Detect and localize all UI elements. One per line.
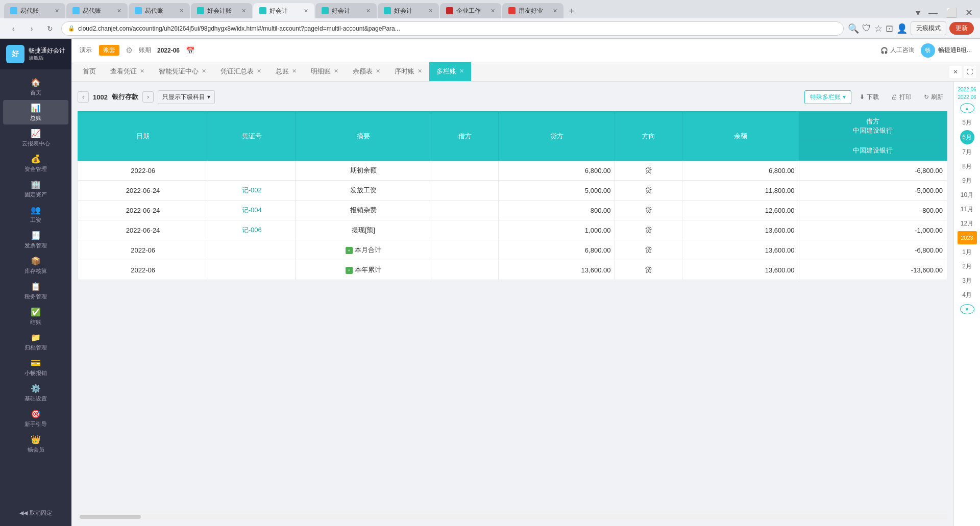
forward-button[interactable]: › [24,21,39,36]
sidebar-item-assets[interactable]: 🏢 固定资产 [3,177,68,201]
sidebar-item-funds[interactable]: 💰 资金管理 [3,151,68,176]
multi-col-button[interactable]: 特殊多栏账 ▾ [804,90,851,104]
timeline-month-9[interactable]: 9月 [958,174,977,187]
timeline-month-8[interactable]: 8月 [958,160,977,173]
cell-voucher-3[interactable]: 记-006 [208,220,296,240]
expand-icon[interactable]: ⛶ [964,66,976,78]
browser-tab-6[interactable]: 好会计 ✕ [315,3,377,18]
unpin-button[interactable]: ◀◀ 取消固定 [3,504,68,522]
close-window-button[interactable]: ✕ [962,7,976,18]
tabs-menu-button[interactable]: ▾ [913,7,923,18]
browser-tab-4[interactable]: 好会计账 ✕ [191,3,252,18]
browser-tab-5[interactable]: 好会计 ✕ [253,3,314,18]
browser-tab-3[interactable]: 易代账 ✕ [129,3,190,18]
timeline-month-12[interactable]: 12月 [958,217,977,230]
sidebar-item-member[interactable]: 👑 畅会员 [3,432,68,456]
refresh-button[interactable]: ↻ 刷新 [920,91,947,104]
collapse-icon[interactable]: ✕ [949,66,962,78]
tabs-collapse-button[interactable]: ✕ ⛶ [949,66,976,78]
sidebar-item-invoice[interactable]: 🧾 发票管理 [3,228,68,252]
sidebar-item-payroll[interactable]: 👥 工资 [3,202,68,227]
download-button[interactable]: ⬇ 下载 [855,91,883,104]
sidebar-item-expense[interactable]: 💳 小畅报销 [3,355,68,380]
browser-tab-9[interactable]: 用友好业 ✕ [502,3,564,18]
back-button[interactable]: ‹ [6,21,20,36]
shield-icon[interactable]: 🛡 [862,23,871,34]
timeline-month-jan[interactable]: 1月 [958,245,977,259]
settings-gear-icon[interactable]: ⚙ [126,45,133,55]
sidebar-item-reports[interactable]: 📈 云报表中心 [3,126,68,150]
account-next-button[interactable]: › [142,91,154,103]
timeline-month-apr[interactable]: 4月 [958,288,977,302]
sidebar-item-settle[interactable]: ✅ 结账 [3,304,68,329]
tab-close-7[interactable]: ✕ [428,8,433,14]
search-icon[interactable]: 🔍 [848,23,859,34]
tab-detail-ledger-close[interactable]: ✕ [334,68,338,74]
timeline-scroll-down[interactable]: ▼ [960,304,974,314]
tab-close-8[interactable]: ✕ [491,8,495,14]
maximize-button[interactable]: ⬜ [943,7,960,18]
timeline-month-11[interactable]: 11月 [958,203,977,216]
tab-close-6[interactable]: ✕ [366,8,371,14]
cell-voucher-2[interactable]: 记-004 [208,201,296,220]
tab-view-voucher[interactable]: 查看凭证 ✕ [103,62,152,82]
tab-sequence-ledger-close[interactable]: ✕ [418,68,422,74]
sidebar-item-home[interactable]: 🏠 首页 [3,74,68,99]
tab-sequence-ledger[interactable]: 序时账 ✕ [387,62,429,82]
tab-view-voucher-close[interactable]: ✕ [140,68,144,74]
sidebar-item-general[interactable]: 📊 总账 [3,100,68,124]
tab-smart-center[interactable]: 智能凭证中心 ✕ [152,62,213,82]
tab-general-ledger[interactable]: 总账 ✕ [268,62,304,82]
timeline-scroll-up[interactable]: ▲ [960,103,974,113]
tab-detail-ledger[interactable]: 明细账 ✕ [304,62,346,82]
stealth-mode-button[interactable]: 无痕模式 [911,21,946,35]
browser-tab-2[interactable]: 易代账 ✕ [66,3,128,18]
address-input[interactable]: 🔒 cloud2.chanjet.com/accounting/uh26t264… [61,21,844,36]
tab-home[interactable]: 首页 [76,62,103,82]
reload-button[interactable]: ↻ [43,21,57,36]
cell-voucher-1[interactable]: 记-002 [208,181,296,201]
horizontal-scrollbar[interactable] [78,513,947,520]
calendar-icon[interactable]: 📅 [186,46,194,55]
timeline-month-feb[interactable]: 2月 [958,260,977,273]
browser-tab-7[interactable]: 好会计 ✕ [378,3,439,18]
tab-close-4[interactable]: ✕ [241,8,246,14]
tab-close-2[interactable]: ✕ [117,8,121,14]
star-icon[interactable]: ☆ [874,23,883,34]
consult-button[interactable]: 🎧 人工咨询 [880,46,915,55]
browser-settings-icon[interactable]: ⊡ [886,23,893,34]
tab-general-ledger-close[interactable]: ✕ [292,68,297,74]
tab-multi-col[interactable]: 多栏账 ✕ [429,62,471,82]
sidebar-item-guide[interactable]: 🎯 新手引导 [3,406,68,431]
sub-filter-dropdown[interactable]: 只显示下级科目 ▾ [158,90,215,104]
tab-voucher-summary[interactable]: 凭证汇总表 ✕ [213,62,268,82]
tab-close-1[interactable]: ✕ [55,8,59,14]
new-tab-button[interactable]: + [565,4,579,18]
account-prev-button[interactable]: ‹ [78,91,89,103]
tab-balance-sheet[interactable]: 余额表 ✕ [346,62,387,82]
tab-close-3[interactable]: ✕ [179,8,184,14]
sidebar-item-inventory[interactable]: 📦 库存核算 [3,253,68,278]
timeline-month-10[interactable]: 10月 [958,188,977,202]
user-info[interactable]: 畅 畅捷通B组... [921,43,972,58]
timeline-month-5[interactable]: 5月 [958,116,977,129]
tab-voucher-summary-close[interactable]: ✕ [257,68,261,74]
user-profile-icon[interactable]: 👤 [896,23,908,34]
browser-tab-1[interactable]: 易代账 ✕ [4,3,65,18]
tab-smart-center-close[interactable]: ✕ [202,68,206,74]
minimize-button[interactable]: — [925,8,941,18]
tab-multi-col-close[interactable]: ✕ [459,68,464,74]
tab-close-5[interactable]: ✕ [304,8,308,14]
update-button[interactable]: 更新 [949,22,974,35]
timeline-month-7[interactable]: 7月 [958,145,977,159]
browser-tab-8[interactable]: 企业工作 ✕ [440,3,501,18]
scroll-thumb[interactable] [80,515,141,519]
sidebar-item-tax[interactable]: 📋 税务管理 [3,279,68,303]
tab-balance-sheet-close[interactable]: ✕ [376,68,380,74]
timeline-month-mar[interactable]: 3月 [958,274,977,287]
sidebar-item-archive[interactable]: 📁 归档管理 [3,330,68,354]
tab-close-9[interactable]: ✕ [553,8,557,14]
sidebar-item-settings[interactable]: ⚙️ 基础设置 [3,381,68,405]
print-button[interactable]: 🖨 打印 [887,91,916,104]
timeline-month-6[interactable]: 6月 [960,130,974,144]
